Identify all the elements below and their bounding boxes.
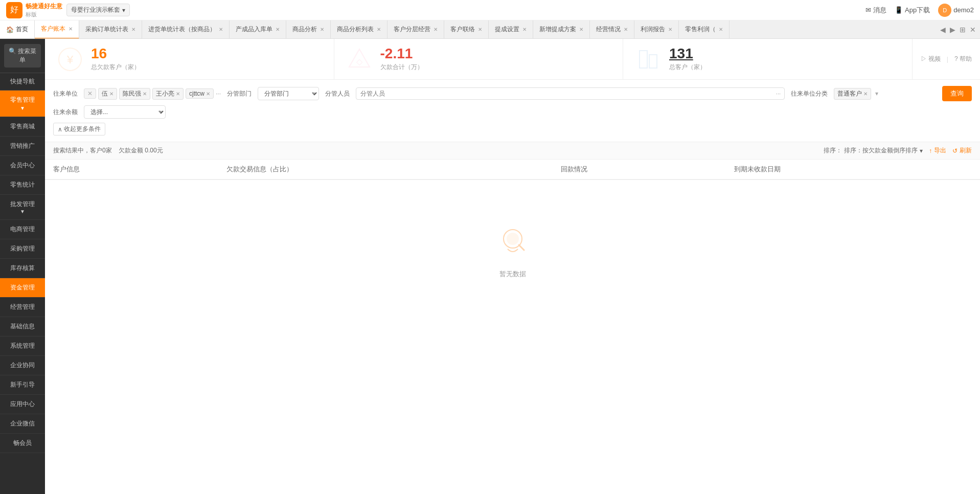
- tab-close-icon[interactable]: ✕: [522, 27, 527, 32]
- tab-customer-book[interactable]: 客户账本 ✕: [35, 20, 79, 39]
- tab-close-icon[interactable]: ✕: [478, 27, 482, 32]
- sort-button[interactable]: 排序： 排序：按欠款金额倒序排序 ▾: [824, 146, 923, 155]
- collapse-button[interactable]: ∧ 收起更多条件: [53, 123, 105, 136]
- refresh-button[interactable]: ↺ 刷新: [952, 146, 972, 155]
- export-button[interactable]: ↑ 导出: [929, 146, 946, 155]
- unit-type-dropdown-icon[interactable]: ▾: [875, 90, 878, 97]
- filter-tag-wu[interactable]: 伍 ✕: [98, 88, 117, 100]
- tab-customer-contact[interactable]: 客户联络 ✕: [444, 20, 489, 39]
- results-info: 搜索结果中，客户0家 欠款金额 0.00元: [53, 146, 163, 155]
- tab-purchase-order[interactable]: 采购订单统计表 ✕: [79, 20, 142, 39]
- stat-value-owe-amount: -2.11: [380, 47, 423, 61]
- sidebar-item-ecommerce-mgmt[interactable]: 电商管理: [0, 220, 45, 239]
- tab-close-icon[interactable]: ✕: [320, 27, 324, 32]
- sidebar-quick-nav[interactable]: 快捷导航: [0, 73, 45, 91]
- sidebar-item-member-center[interactable]: 会员中心: [0, 156, 45, 175]
- logo-icon: 好: [6, 2, 22, 18]
- tab-close-icon[interactable]: ✕: [276, 27, 280, 32]
- tab-next-icon[interactable]: ▶: [948, 26, 958, 34]
- filter-tag-cjttcw[interactable]: cjttcw ✕: [186, 88, 214, 99]
- svg-rect-5: [649, 55, 657, 68]
- sidebar-item-label: 应用中心: [4, 400, 41, 409]
- tab-close-icon[interactable]: ✕: [131, 27, 135, 32]
- sidebar-item-operation-mgmt[interactable]: 经营管理: [0, 298, 45, 317]
- user-menu[interactable]: D demo2: [938, 4, 974, 17]
- filter-tag-common-customer[interactable]: 普通客户 ✕: [834, 88, 871, 100]
- sidebar-item-wholesale-mgmt[interactable]: 批发管理 ▼: [0, 195, 45, 220]
- top-bar: 好 畅捷通好生意 标版 母婴行业演示帐套 ▾ ✉ 消息 📱 App下载 D de…: [0, 0, 980, 20]
- tab-home[interactable]: 🏠 首页: [0, 20, 35, 39]
- sidebar-item-basic-info[interactable]: 基础信息: [0, 317, 45, 336]
- tab-bar: 🏠 首页 客户账本 ✕ 采购订单统计表 ✕ 进货单统计表（按商品） ✕ 产成品入…: [0, 20, 980, 39]
- tab-cost-inbound[interactable]: 产成品入库单 ✕: [230, 20, 286, 39]
- video-btn[interactable]: ▷ 视频: [921, 55, 941, 63]
- svg-line-8: [519, 245, 524, 250]
- sidebar-item-new-guide[interactable]: 新手引导: [0, 375, 45, 395]
- help-btn[interactable]: ? 帮助: [954, 55, 972, 63]
- sidebar-item-retail-mgmt[interactable]: 零售管理 ▼: [0, 91, 45, 117]
- stat-info-owe-amount: -2.11 欠款合计（万）: [380, 47, 423, 72]
- tab-inbound-stats[interactable]: 进货单统计表（按商品） ✕: [142, 20, 230, 39]
- tab-profit-report[interactable]: 利润报告 ✕: [634, 20, 679, 39]
- tab-goods-analysis-list[interactable]: 商品分析列表 ✕: [331, 20, 388, 39]
- tab-expand-icon[interactable]: ⊞: [958, 26, 968, 34]
- balance-select[interactable]: 选择...: [84, 105, 166, 119]
- tab-close-icon[interactable]: ✕: [377, 27, 381, 32]
- sidebar-item-retail-stats[interactable]: 零售统计: [0, 175, 45, 195]
- tab-close-icon[interactable]: ✕: [69, 26, 73, 32]
- app-download-btn[interactable]: 📱 App下载: [895, 6, 930, 15]
- tag-close-icon[interactable]: ✕: [176, 91, 180, 97]
- tab-arrows: ◀ ▶ ⊞ ✕: [936, 26, 980, 34]
- filter-tag-chen[interactable]: 陈民强 ✕: [119, 88, 150, 100]
- tab-close-icon[interactable]: ✕: [579, 27, 583, 32]
- sidebar-item-capital-mgmt[interactable]: 资金管理: [0, 278, 45, 298]
- tab-close-icon[interactable]: ✕: [624, 27, 628, 32]
- collapse-area: ∧ 收起更多条件: [53, 123, 972, 136]
- tab-goods-analysis[interactable]: 商品分析 ✕: [286, 20, 331, 39]
- sidebar-item-member-vip[interactable]: 畅会员: [0, 434, 45, 453]
- tab-customer-tier[interactable]: 客户分层经营 ✕: [388, 20, 444, 39]
- sidebar-item-marketing[interactable]: 营销推广: [0, 137, 45, 156]
- tab-new-raise-plan[interactable]: 新增提成方案 ✕: [533, 20, 590, 39]
- sidebar-search-button[interactable]: 🔍 搜索菜单: [4, 44, 41, 68]
- close-icon[interactable]: ✕: [87, 90, 93, 97]
- sidebar-item-enterprise-collab[interactable]: 企业协同: [0, 356, 45, 375]
- sidebar-item-label: 企业协同: [4, 361, 41, 370]
- table-area: 客户信息 欠款交易信息（占比） 回款情况 到期未收款日期: [45, 160, 980, 494]
- tab-raise-settings[interactable]: 提成设置 ✕: [489, 20, 533, 39]
- col-customer-info: 客户信息: [45, 160, 218, 179]
- person-input[interactable]: [356, 87, 785, 100]
- filter-tag-wang[interactable]: 王小亮 ✕: [152, 88, 184, 100]
- tag-close-icon[interactable]: ✕: [109, 91, 113, 97]
- tag-close-icon[interactable]: ✕: [143, 91, 147, 97]
- tab-close-all-icon[interactable]: ✕: [968, 26, 978, 34]
- account-dropdown[interactable]: 母婴行业演示帐套 ▾: [66, 4, 130, 16]
- owe-customers-icon: ¥: [57, 47, 83, 72]
- mobile-icon: 📱: [895, 6, 903, 14]
- tab-close-icon[interactable]: ✕: [668, 27, 672, 32]
- message-btn[interactable]: ✉ 消息: [865, 6, 886, 15]
- unit-type-label: 往来单位分类: [791, 89, 828, 98]
- sidebar-item-label: 采购管理: [4, 244, 41, 253]
- sidebar-search-area: 🔍 搜索菜单: [0, 39, 45, 73]
- sidebar-item-purchase-mgmt[interactable]: 采购管理: [0, 239, 45, 259]
- sidebar-item-retail-mall[interactable]: 零售商城: [0, 117, 45, 137]
- tab-close-icon[interactable]: ✕: [219, 27, 223, 32]
- tab-business-status[interactable]: 经营情况 ✕: [590, 20, 634, 39]
- sidebar-item-inventory-check[interactable]: 库存核算: [0, 259, 45, 278]
- tab-close-icon[interactable]: ✕: [719, 27, 723, 32]
- tab-prev-icon[interactable]: ◀: [938, 26, 948, 34]
- query-button[interactable]: 查询: [942, 86, 972, 101]
- filter-more-btn[interactable]: ···: [216, 90, 221, 97]
- tag-close-icon[interactable]: ✕: [863, 91, 868, 97]
- col-owe-info: 欠款交易信息（占比）: [218, 160, 553, 179]
- sidebar-item-enterprise-wechat[interactable]: 企业微信: [0, 414, 45, 434]
- stat-label-total-customers: 总客户（家）: [669, 63, 706, 72]
- dept-select[interactable]: 分管部门: [258, 87, 319, 100]
- tab-close-icon[interactable]: ✕: [434, 27, 438, 32]
- tab-retail-profit[interactable]: 零售利润（ ✕: [679, 20, 730, 39]
- sidebar-item-system-mgmt[interactable]: 系统管理: [0, 336, 45, 356]
- tag-close-icon[interactable]: ✕: [206, 91, 210, 97]
- sidebar-item-app-center[interactable]: 应用中心: [0, 395, 45, 414]
- home-icon: 🏠: [6, 26, 14, 33]
